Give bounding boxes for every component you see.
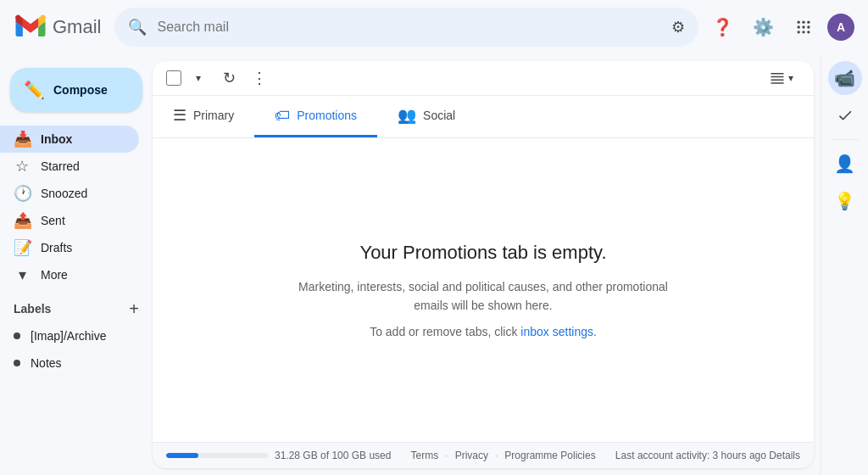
promotions-tab-icon: 🏷 <box>275 107 290 125</box>
activity-text: Last account activity: 3 hours ago <box>615 450 766 461</box>
inbox-tabs: ☰ Primary 🏷 Promotions 👥 Social <box>153 96 814 138</box>
more-icon: ▾ <box>14 265 31 284</box>
drafts-label: Drafts <box>41 241 72 254</box>
panel-meet-icon[interactable]: 📹 <box>828 61 862 95</box>
inbox-settings-link[interactable]: inbox settings <box>520 325 593 338</box>
labels-section: Labels + [Imap]/Archive Notes <box>0 295 153 377</box>
activity-info: Last account activity: 3 hours ago Detai… <box>615 450 800 461</box>
social-tab-icon: 👥 <box>398 106 416 125</box>
panel-tasks-icon[interactable] <box>828 98 862 132</box>
compose-icon: ✏️ <box>24 80 45 100</box>
empty-title: Your Promotions tab is empty. <box>359 242 606 264</box>
sidebar-item-more[interactable]: ▾ More <box>0 261 139 288</box>
primary-tab-icon: ☰ <box>173 106 186 125</box>
density-button[interactable]: ▾ <box>763 67 800 89</box>
labels-add-button[interactable]: + <box>129 299 139 319</box>
more-label: More <box>41 268 68 282</box>
primary-tab-label: Primary <box>193 109 234 122</box>
settings-button[interactable]: ⚙️ <box>746 10 780 44</box>
select-all-checkbox[interactable] <box>166 70 181 86</box>
app-footer: 31.28 GB of 100 GB used Terms · Privacy … <box>153 442 814 468</box>
apps-button[interactable] <box>787 10 821 44</box>
svg-marker-0 <box>22 18 39 32</box>
terms-link[interactable]: Terms <box>411 450 439 461</box>
search-submit-icon[interactable]: 🔍 <box>128 18 147 36</box>
advanced-search-icon[interactable]: ⚙ <box>671 18 685 36</box>
body-row: ✏️ Compose 📥 Inbox ☆ Starred 🕐 Snoozed <box>0 54 868 475</box>
sidebar-nav: 📥 Inbox ☆ Starred 🕐 Snoozed 📤 Sent 📝 <box>0 126 153 288</box>
sidebar-item-snoozed[interactable]: 🕐 Snoozed <box>0 180 139 207</box>
density-caret: ▾ <box>788 72 793 84</box>
sidebar-item-starred[interactable]: ☆ Starred <box>0 153 139 180</box>
sidebar-item-drafts[interactable]: 📝 Drafts <box>0 234 139 261</box>
svg-rect-11 <box>771 76 784 78</box>
compose-label: Compose <box>53 83 108 97</box>
label-item-notes[interactable]: Notes <box>0 349 139 377</box>
svg-rect-12 <box>771 80 784 81</box>
link-suffix: . <box>593 325 597 338</box>
inbox-icon: 📥 <box>14 130 31 148</box>
search-input[interactable] <box>157 20 661 35</box>
empty-state: Your Promotions tab is empty. Marketing,… <box>153 138 814 442</box>
sidebar: ✏️ Compose 📥 Inbox ☆ Starred 🕐 Snoozed <box>0 54 153 475</box>
label-notes-text: Notes <box>31 356 62 370</box>
main-content: ▾ ↻ ⋮ ▾ ☰ Primary 🏷 <box>153 61 814 468</box>
snoozed-icon: 🕐 <box>14 184 31 203</box>
labels-header: Labels + <box>0 295 153 322</box>
label-item-imap-archive[interactable]: [Imap]/Archive <box>0 322 139 349</box>
policies-link[interactable]: Programme Policies <box>504 450 595 461</box>
sep1: · <box>445 450 448 461</box>
svg-point-2 <box>802 21 804 24</box>
storage-fill <box>166 453 198 458</box>
promotions-tab-label: Promotions <box>297 109 357 122</box>
svg-point-6 <box>807 25 810 28</box>
compose-button[interactable]: ✏️ Compose <box>10 68 142 112</box>
more-options-button[interactable]: ⋮ <box>246 64 273 92</box>
svg-point-3 <box>807 21 810 24</box>
panel-contacts-icon[interactable]: 👤 <box>828 147 862 181</box>
header-actions: ❓ ⚙️ A <box>705 10 854 44</box>
label-dot-icon <box>14 332 20 339</box>
storage-used-text: 31.28 GB of 100 GB used <box>275 450 391 461</box>
select-dropdown-button[interactable]: ▾ <box>185 64 212 92</box>
svg-point-8 <box>802 31 804 33</box>
svg-point-1 <box>798 21 800 24</box>
avatar[interactable]: A <box>827 14 854 41</box>
panel-divider <box>832 139 859 140</box>
sidebar-item-inbox[interactable]: 📥 Inbox <box>0 126 139 153</box>
app-header: Gmail 🔍 ⚙ ❓ ⚙️ A <box>0 0 868 54</box>
labels-title: Labels <box>14 302 51 316</box>
storage-info: 31.28 GB of 100 GB used <box>166 450 391 461</box>
link-prefix: To add or remove tabs, click <box>370 325 520 338</box>
svg-rect-13 <box>771 82 784 84</box>
panel-keep-icon[interactable]: 💡 <box>828 184 862 218</box>
details-link[interactable]: Details <box>769 450 800 461</box>
svg-rect-10 <box>771 73 784 75</box>
sep2: · <box>495 450 498 461</box>
app-container: Gmail 🔍 ⚙ ❓ ⚙️ A <box>0 0 868 475</box>
label-dot-icon <box>14 360 20 366</box>
tab-social[interactable]: 👥 Social <box>377 96 476 137</box>
inbox-label: Inbox <box>41 132 72 146</box>
starred-label: Starred <box>41 159 80 173</box>
social-tab-label: Social <box>423 109 455 122</box>
storage-bar <box>166 453 268 458</box>
email-toolbar: ▾ ↻ ⋮ ▾ <box>153 61 814 96</box>
help-button[interactable]: ❓ <box>705 10 739 44</box>
search-bar: 🔍 ⚙ <box>114 8 698 47</box>
refresh-button[interactable]: ↻ <box>215 64 242 92</box>
tab-promotions[interactable]: 🏷 Promotions <box>254 96 377 137</box>
app-logo: Gmail <box>14 10 101 44</box>
empty-link-row: To add or remove tabs, click inbox setti… <box>370 325 597 338</box>
footer-links: Terms · Privacy · Programme Policies <box>411 450 596 461</box>
tab-primary[interactable]: ☰ Primary <box>153 96 254 137</box>
right-panel: 📹 👤 💡 <box>821 54 868 475</box>
empty-description: Marketing, interests, social and politic… <box>280 277 687 316</box>
app-title: Gmail <box>53 16 101 38</box>
sent-icon: 📤 <box>14 211 31 230</box>
drafts-icon: 📝 <box>14 238 31 257</box>
starred-icon: ☆ <box>14 157 31 176</box>
privacy-link[interactable]: Privacy <box>455 450 488 461</box>
sidebar-item-sent[interactable]: 📤 Sent <box>0 207 139 234</box>
sent-label: Sent <box>41 214 65 227</box>
